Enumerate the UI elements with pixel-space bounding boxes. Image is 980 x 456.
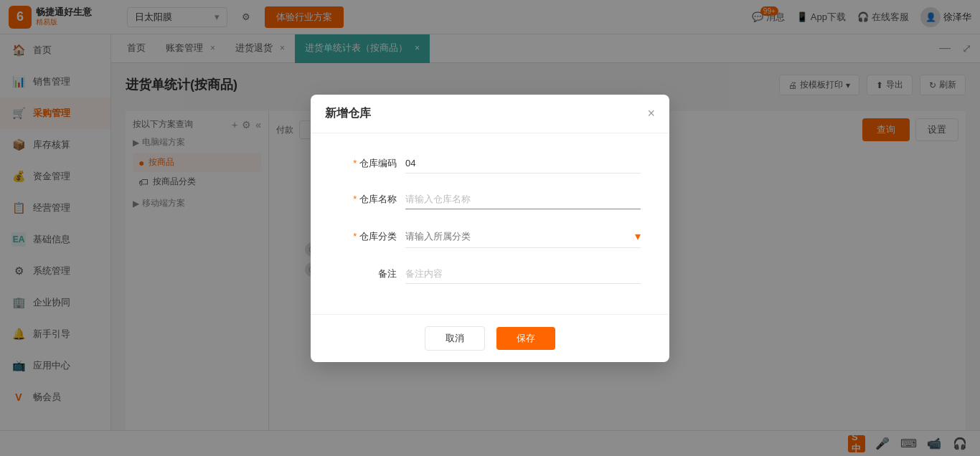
modal-footer: 取消 保存 — [311, 314, 669, 362]
save-button[interactable]: 保存 — [496, 327, 555, 350]
modal-body: 仓库编码 仓库名称 仓库分类 ▾ 备注 — [311, 133, 669, 314]
category-label: 仓库分类 — [339, 230, 397, 243]
name-label: 仓库名称 — [339, 193, 397, 206]
modal-overlay[interactable]: 新增仓库 × 仓库编码 仓库名称 仓库分类 ▾ — [0, 0, 980, 456]
remark-input[interactable] — [405, 264, 641, 284]
cancel-button[interactable]: 取消 — [425, 326, 485, 351]
form-row-code: 仓库编码 — [339, 153, 641, 174]
form-row-name: 仓库名称 — [339, 189, 641, 209]
category-input[interactable] — [405, 231, 635, 242]
new-warehouse-modal: 新增仓库 × 仓库编码 仓库名称 仓库分类 ▾ — [311, 95, 669, 362]
remark-label: 备注 — [339, 267, 397, 280]
form-row-remark: 备注 — [339, 264, 641, 284]
name-input[interactable] — [405, 189, 641, 209]
modal-header: 新增仓库 × — [311, 95, 669, 133]
form-row-category: 仓库分类 ▾ — [339, 225, 641, 248]
category-chevron-icon[interactable]: ▾ — [635, 229, 641, 243]
modal-close-button[interactable]: × — [647, 106, 655, 121]
category-select-wrap: ▾ — [405, 225, 641, 248]
code-label: 仓库编码 — [339, 157, 397, 170]
code-input[interactable] — [405, 153, 641, 174]
modal-title: 新增仓库 — [325, 106, 371, 121]
